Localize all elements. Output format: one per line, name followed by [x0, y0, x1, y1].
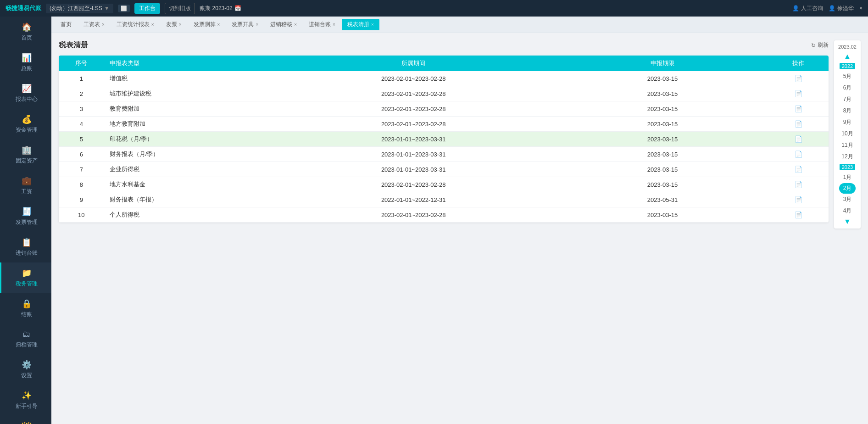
tab-invoice-check[interactable]: 发票测算 × [188, 19, 226, 30]
table-row: 8 地方水利基金 2023-02-01~2023-02-28 2023-03-1… [59, 177, 829, 192]
sidebar-item-label: 报表中心 [16, 95, 38, 103]
action-icon[interactable]: 📄 [795, 196, 802, 203]
page-title: 税表清册 [59, 40, 88, 50]
tab-payroll-stats-label: 工资统计报表 [117, 21, 150, 28]
year-2022-badge[interactable]: 2022 [840, 63, 855, 69]
close-button[interactable]: × [859, 5, 862, 11]
cell-deadline: 2023-05-31 [557, 192, 768, 207]
sidebar-item-member[interactable]: 👑 畅会员 [0, 416, 51, 424]
tab-payroll-stats-close[interactable]: × [151, 22, 154, 27]
month-2022-9[interactable]: 9月 [834, 117, 861, 128]
cell-deadline: 2023-03-15 [557, 132, 768, 147]
action-icon[interactable]: 📄 [795, 135, 802, 143]
period-label: 账期 [200, 5, 211, 12]
month-2022-5[interactable]: 5月 [834, 71, 861, 82]
company-selector[interactable]: (勿动）江西服至-LSS ▼ [46, 4, 113, 13]
action-icon[interactable]: 📄 [795, 105, 802, 112]
cell-deadline: 2023-03-15 [557, 117, 768, 132]
sidebar-item-fund[interactable]: 💰 资金管理 [0, 109, 51, 139]
sidebar-item-report[interactable]: 📈 报表中心 [0, 78, 51, 109]
tax-table-container: 序号 申报表类型 所属期间 申报期限 操作 1 增值税 2023-02-01~2… [59, 56, 829, 223]
calendar-up-nav[interactable]: ▲ [843, 51, 852, 61]
month-2023-3[interactable]: 3月 [834, 194, 861, 205]
tab-home[interactable]: 首页 [55, 19, 77, 30]
sidebar-item-tax[interactable]: 📁 税务管理 [0, 262, 51, 293]
tab-input-ledger-close[interactable]: × [333, 22, 335, 27]
cell-type: 教育费附加 [104, 101, 270, 117]
tab-payroll-close[interactable]: × [102, 22, 105, 27]
tab-invoice-close[interactable]: × [179, 22, 182, 27]
tax-icon: 📁 [22, 268, 32, 278]
cell-action: 📄 [768, 147, 829, 162]
workbench-button[interactable]: 工作台 [134, 3, 160, 14]
tab-tax-register-close[interactable]: × [371, 22, 374, 27]
sidebar-item-label: 首页 [21, 34, 32, 42]
month-2022-6[interactable]: 6月 [834, 82, 861, 94]
tab-tax-register-label: 税表清册 [347, 21, 369, 28]
sidebar-item-label: 总账 [21, 65, 32, 73]
month-2023-4[interactable]: 4月 [834, 205, 861, 217]
topbar: 畅捷通易代账 (勿动）江西服至-LSS ▼ ⬜ 工作台 切到旧版 账期 2023… [0, 0, 868, 17]
month-2022-12[interactable]: 12月 [834, 151, 861, 162]
sidebar-item-invoice[interactable]: 🧾 发票管理 [0, 201, 51, 232]
main-panel: 税表清册 ↻ 刷新 序号 申报表类型 所属期间 [59, 40, 829, 417]
tab-invoice-open[interactable]: 发票开具 × [226, 19, 264, 30]
month-2022-7[interactable]: 7月 [834, 94, 861, 105]
month-2022-8[interactable]: 8月 [834, 105, 861, 117]
cell-type: 地方教育附加 [104, 117, 270, 132]
ai-consult[interactable]: 👤 人工咨询 [792, 5, 823, 12]
year-2023-badge[interactable]: 2023 [840, 164, 855, 170]
action-icon[interactable]: 📄 [795, 90, 802, 97]
cell-action: 📄 [768, 162, 829, 177]
calendar-down-nav[interactable]: ▼ [843, 217, 852, 227]
tab-payroll[interactable]: 工资表 × [78, 19, 110, 30]
content-area: 首页 工资表 × 工资统计报表 × 发票 × 发票测算 × 发票开具 × [51, 17, 868, 424]
table-row: 3 教育费附加 2023-02-01~2023-02-28 2023-03-15… [59, 101, 829, 117]
sidebar-item-close[interactable]: 🔒 结账 [0, 293, 51, 324]
tab-input-audit[interactable]: 进销稽核 × [265, 19, 302, 30]
sidebar-item-payroll[interactable]: 💼 工资 [0, 170, 51, 201]
sidebar-item-settings[interactable]: ⚙️ 设置 [0, 354, 51, 385]
payroll-icon: 💼 [22, 176, 32, 186]
cell-deadline: 2023-03-15 [557, 86, 768, 101]
action-icon[interactable]: 📄 [795, 166, 802, 173]
tab-invoice-label: 发票 [166, 21, 177, 28]
period-calendar-icon[interactable]: 📅 [234, 5, 241, 11]
sidebar-item-asset[interactable]: 🏢 固定资产 [0, 139, 51, 170]
tab-invoice[interactable]: 发票 × [161, 19, 187, 30]
table-row: 1 增值税 2023-02-01~2023-02-28 2023-03-15 📄 [59, 71, 829, 86]
sidebar-item-ledger[interactable]: 📊 总账 [0, 47, 51, 78]
action-icon[interactable]: 📄 [795, 151, 802, 158]
action-icon[interactable]: 📄 [795, 211, 802, 218]
tab-input-ledger[interactable]: 进销台账 × [303, 19, 341, 30]
input-icon: 📋 [22, 237, 32, 247]
tab-input-audit-close[interactable]: × [294, 22, 297, 27]
old-version-button[interactable]: 切到旧版 [165, 3, 195, 14]
month-2022-11[interactable]: 11月 [834, 139, 861, 151]
col-action: 操作 [768, 56, 829, 71]
action-icon[interactable]: 📄 [795, 181, 802, 188]
cell-period: 2023-01-01~2023-03-31 [270, 147, 557, 162]
cell-no: 4 [59, 117, 104, 132]
action-icon[interactable]: 📄 [795, 120, 802, 128]
sidebar-item-guide[interactable]: ✨ 新手引导 [0, 385, 51, 416]
period-value: 2023-02 [212, 5, 233, 11]
archive-icon: 🗂 [22, 329, 31, 339]
refresh-button[interactable]: ↻ 刷新 [811, 41, 829, 49]
user-info[interactable]: 👤 徐溢华 [829, 5, 854, 12]
tab-payroll-stats[interactable]: 工资统计报表 × [111, 19, 160, 30]
sidebar-item-home[interactable]: 🏠 首页 [0, 17, 51, 47]
action-icon[interactable]: 📄 [795, 75, 802, 82]
tab-invoice-open-close[interactable]: × [256, 22, 258, 27]
sidebar-item-archive[interactable]: 🗂 归档管理 [0, 324, 51, 354]
cell-period: 2023-02-01~2023-02-28 [270, 207, 557, 223]
month-2023-2[interactable]: 2月 [839, 183, 856, 194]
copy-button[interactable]: ⬜ [118, 5, 130, 12]
sidebar-item-input[interactable]: 📋 进销台账 [0, 232, 51, 262]
tab-invoice-check-close[interactable]: × [217, 22, 220, 27]
month-2023-1[interactable]: 1月 [834, 172, 861, 183]
tab-tax-register[interactable]: 税表清册 × [342, 19, 379, 30]
table-header-row: 序号 申报表类型 所属期间 申报期限 操作 [59, 56, 829, 71]
month-2022-10[interactable]: 10月 [834, 128, 861, 139]
calendar-2022-section: 2022 5月 6月 7月 8月 9月 10月 11月 12月 [834, 61, 861, 162]
